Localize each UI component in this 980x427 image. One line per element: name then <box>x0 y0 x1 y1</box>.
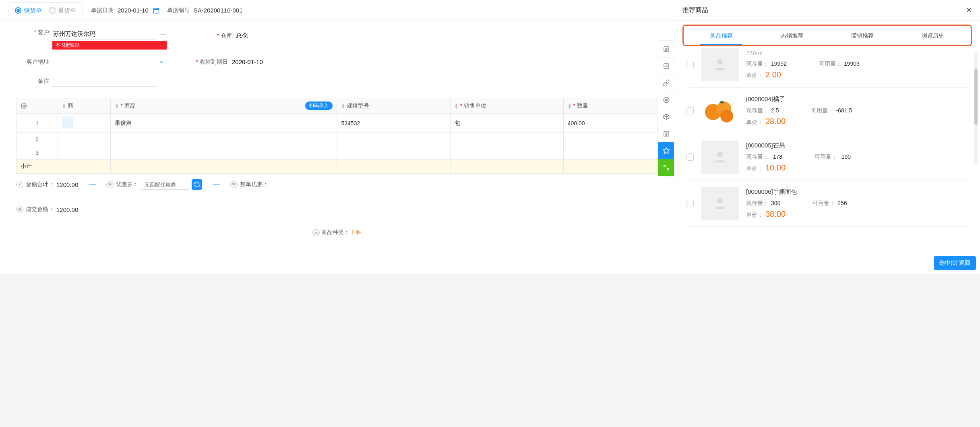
top-bar: 销货单 退货单 单据日期 2020-01-10 单据编号 SA-20200110… <box>0 0 674 21</box>
col-spec[interactable]: ▲▼规格型号 <box>337 98 450 114</box>
refresh-button[interactable] <box>192 179 202 190</box>
table-row[interactable]: 1 果倍爽 534532 包 400.00 <box>17 114 658 133</box>
kind-label: 商品种类： <box>321 229 349 235</box>
due-date-label: 收款到期日 <box>187 58 231 66</box>
product-thumb <box>62 117 73 128</box>
remark-label: 备注 <box>16 78 52 85</box>
item-name: 250ml <box>746 50 968 56</box>
amount-total-label: 金额合计： <box>26 181 54 188</box>
remark-input[interactable] <box>52 76 157 87</box>
address-input[interactable] <box>52 57 157 67</box>
svg-point-10 <box>719 101 724 104</box>
kind-icon: 品 <box>312 229 320 236</box>
totals-area: ¥ 金额合计： 1200.00 — 券 优惠券： — 整 整单优惠： 成 <box>0 174 674 219</box>
col-unit[interactable]: ▲▼销售单位 <box>450 98 563 114</box>
svg-point-6 <box>717 59 722 64</box>
kind-value: 1 种 <box>351 229 362 235</box>
toolbar-chart-icon[interactable] <box>658 58 674 75</box>
col-qty[interactable]: ▲▼数量 <box>563 98 657 114</box>
customer-input[interactable] <box>52 29 157 39</box>
tab-slow[interactable]: 滞销推荐 <box>827 28 898 45</box>
chevron-down-icon[interactable] <box>159 59 164 65</box>
minus-icon: — <box>89 180 96 189</box>
warehouse-input[interactable] <box>235 31 313 41</box>
scrollbar[interactable] <box>974 52 978 165</box>
address-label: 客户地址 <box>16 58 52 66</box>
tab-new[interactable]: 新品推荐 <box>686 28 757 45</box>
item-checkbox[interactable] <box>686 200 694 207</box>
tab-history[interactable]: 浏览历史 <box>898 28 968 45</box>
col-thumb[interactable]: ▲▼商 <box>58 98 111 114</box>
radio-sales-order[interactable]: 销货单 <box>15 7 42 15</box>
svg-point-11 <box>717 152 722 157</box>
table-row[interactable]: 2 <box>17 133 658 146</box>
minus-icon: — <box>213 180 220 189</box>
select-return-button[interactable]: 选中(0) 返回 <box>934 256 976 270</box>
bottom-info: 品 商品种类： 1 种 <box>0 223 674 236</box>
doc-date-value[interactable]: 2020-01-10 <box>118 7 149 14</box>
toolbar-expand-icon[interactable] <box>658 159 674 176</box>
item-name: [0000006]手撕面包 <box>746 188 968 196</box>
cell-unit[interactable]: 包 <box>450 114 563 133</box>
item-stock: 2.5 <box>771 107 779 114</box>
item-checkbox[interactable] <box>686 61 694 68</box>
item-checkbox[interactable] <box>686 153 694 161</box>
doc-num-label: 单据编号 <box>167 7 190 14</box>
cell-product[interactable]: 果倍爽 <box>111 114 337 133</box>
toolbar-list-icon[interactable] <box>658 41 674 58</box>
product-image <box>701 94 739 127</box>
toolbar-box-icon[interactable] <box>658 108 674 125</box>
calendar-icon[interactable] <box>153 7 160 14</box>
doc-num-value: SA-20200110-001 <box>194 7 243 14</box>
form-area: 客户 ⋯ 不固定账期 仓库 客户地址 <box>0 21 674 98</box>
tab-hot[interactable]: 热销推荐 <box>757 28 827 45</box>
items-table: ▲▼商 ▲▼商品扫码录入 ▲▼规格型号 ▲▼销售单位 ▲▼数量 1 果倍爽 53… <box>16 98 658 174</box>
toolbar-link-icon[interactable] <box>658 75 674 91</box>
deal-amount-value: 1200.00 <box>56 206 78 213</box>
subtotal-row: 小计 <box>17 160 658 174</box>
coupon-input[interactable] <box>141 180 189 190</box>
deal-amount-label: 成交金额： <box>26 206 54 213</box>
more-icon[interactable]: ⋯ <box>160 31 167 37</box>
scan-button[interactable]: 扫码录入 <box>305 102 333 110</box>
recommend-panel: 推荐商品 ✕ 新品推荐 热销推荐 滞销推荐 浏览历史 250ml 现存量：199… <box>674 0 980 274</box>
item-stock: 300 <box>771 200 780 206</box>
gear-header[interactable] <box>17 98 58 114</box>
cell-qty[interactable]: 400.00 <box>563 114 657 133</box>
radio-label: 退货单 <box>58 7 76 15</box>
coupon-label: 优惠券： <box>116 181 139 188</box>
col-product[interactable]: ▲▼商品扫码录入 <box>111 98 337 114</box>
side-toolbar <box>658 40 674 176</box>
item-price: 10.00 <box>765 163 786 172</box>
product-image <box>701 187 739 220</box>
item-price: 2.00 <box>765 70 781 79</box>
recommend-list[interactable]: 250ml 现存量：19952 可用量：19903 单价：2.00 [00000… <box>674 48 980 237</box>
product-image <box>701 141 739 174</box>
warehouse-label: 仓库 <box>199 32 235 39</box>
list-item: 250ml 现存量：19952 可用量：19903 单价：2.00 <box>686 48 968 88</box>
item-checkbox[interactable] <box>686 107 694 114</box>
item-price: 38.00 <box>765 209 786 218</box>
item-name: [0000004]橘子 <box>746 95 968 103</box>
radio-return-order[interactable]: 退货单 <box>49 7 76 15</box>
discount-icon: 整 <box>230 181 238 188</box>
due-date-input[interactable] <box>231 57 309 67</box>
items-table-wrap: ▲▼商 ▲▼商品扫码录入 ▲▼规格型号 ▲▼销售单位 ▲▼数量 1 果倍爽 53… <box>0 98 674 174</box>
deal-icon: 成 <box>16 206 23 213</box>
customer-tag: 不固定账期 <box>52 41 167 50</box>
toolbar-star-icon[interactable] <box>658 142 674 159</box>
close-icon[interactable]: ✕ <box>966 6 972 15</box>
yen-icon: ¥ <box>16 181 23 188</box>
whole-discount-label: 整单优惠： <box>240 181 268 188</box>
amount-total-value: 1200.00 <box>56 181 78 188</box>
table-row[interactable]: 3 <box>17 146 658 160</box>
list-item: [0000004]橘子 现存量：2.5 可用量：-681.5 单价：28.00 <box>686 88 968 134</box>
product-image <box>701 48 739 81</box>
svg-point-12 <box>717 198 722 203</box>
item-avail: 19903 <box>844 60 860 67</box>
item-avail: -681.5 <box>836 107 852 114</box>
toolbar-swap-icon[interactable] <box>658 91 674 108</box>
toolbar-yen-icon[interactable] <box>658 125 674 142</box>
cell-spec[interactable]: 534532 <box>337 114 450 133</box>
svg-point-4 <box>664 97 669 103</box>
